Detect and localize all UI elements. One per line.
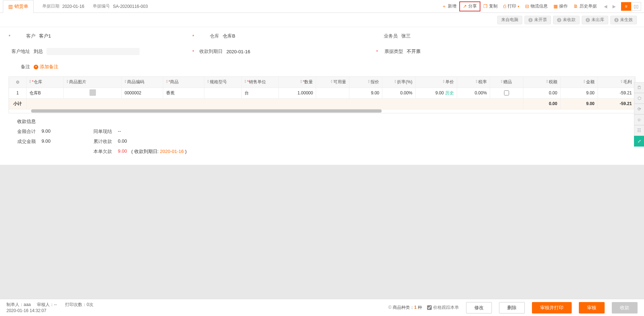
col-qty[interactable]: ▴▾*数量 <box>279 77 316 88</box>
subtotal-label: 小计 <box>9 98 26 109</box>
side-user-button[interactable]: ☺ <box>634 114 644 125</box>
owe-due-date: 2020-01-16 <box>160 149 184 154</box>
col-taxamt[interactable]: ▴▾税额 <box>523 77 560 88</box>
cell-image[interactable] <box>64 88 122 98</box>
footer-timestamp: 2020-01-16 14:32:07 <box>6 308 93 314</box>
image-placeholder-icon <box>89 89 96 96</box>
refresh-icon: ⟳ <box>638 107 641 112</box>
footer: 制单人：aaa 审核人：-- 打印次数：0次 2020-01-16 14:32:… <box>0 299 644 316</box>
doc-date-label: 单据日期 <box>42 3 59 9</box>
col-code[interactable]: ▴▾商品编码 <box>122 77 163 88</box>
kind-count: 1 <box>414 305 417 310</box>
form-card: *客户 客户1 *仓库 仓库B 业务员 张三 客户地址 刘总 *收款到期日 20… <box>0 27 644 165</box>
copy-button[interactable]: ❐复制 <box>480 1 500 11</box>
modify-button[interactable]: 修改 <box>466 302 492 313</box>
print-count: 0次 <box>87 302 93 307</box>
print-button[interactable]: ⎙打印▾ <box>500 1 522 11</box>
cell-taxrate[interactable]: 0.00% <box>457 88 490 98</box>
cell-price[interactable]: 9.00历史 <box>415 88 457 98</box>
cell-code[interactable]: 0000002 <box>122 88 163 98</box>
invoice-type-value[interactable]: 不开票 <box>407 48 421 55</box>
cell-spec[interactable] <box>204 88 242 98</box>
top-actions: ＋新增 ↗分享 ❐复制 ⎙打印▾ ⊟物流信息 ▦操作 🗎历史单据 ◀ ▶ ≡ ▯… <box>439 1 641 11</box>
print-icon: ⎙ <box>503 4 506 9</box>
cell-warehouse[interactable]: 仓库B <box>26 88 64 98</box>
side-refresh-button[interactable]: ⟳ <box>634 104 644 114</box>
collect-button[interactable]: 收款 <box>612 302 638 313</box>
col-warehouse[interactable]: ▴▾*仓库 <box>26 77 64 88</box>
view-toggle: ≡ ▯▯ <box>621 2 641 11</box>
cell-unit[interactable]: 台 <box>242 88 279 98</box>
status-unshipped[interactable]: i未出库 <box>582 16 608 24</box>
col-quote[interactable]: ▴▾报价 <box>349 77 382 88</box>
tab-sales-order[interactable]: ▥ 销货单 <box>3 0 34 13</box>
view-list-button[interactable]: ≡ <box>621 2 631 11</box>
cell-gift[interactable] <box>490 88 523 98</box>
audit-button[interactable]: 审核 <box>579 302 605 313</box>
ops-button[interactable]: ▦操作 <box>551 1 571 11</box>
table-row[interactable]: 1 仓库B 0000002 香蕉 台 1.00000 9.00 0.00% 9.… <box>9 88 635 98</box>
scroll-thumb[interactable] <box>31 109 382 113</box>
cell-amount: 9.00 <box>560 88 597 98</box>
field-remark: 备注 + 添加备注 <box>9 64 178 70</box>
col-product[interactable]: ▴▾*商品 <box>163 77 204 88</box>
col-available[interactable]: ▴▾可用量 <box>316 77 349 88</box>
audit-print-button[interactable]: 审核并打印 <box>532 302 572 313</box>
subtotal-row: 小计 0.00 9.00 -59.21 <box>9 98 635 109</box>
col-image[interactable]: ▴▾商品图片 <box>64 77 122 88</box>
total-amount: 9.00 <box>42 128 50 135</box>
col-price[interactable]: ▴▾单价 <box>415 77 457 88</box>
cell-qty[interactable]: 1.00000 <box>279 88 316 98</box>
cell-profit: -59.21 <box>597 88 635 98</box>
horizontal-scrollbar[interactable] <box>9 109 635 113</box>
status-uninvoiced[interactable]: i未开票 <box>524 16 551 24</box>
side-attach-button[interactable]: ⬡ <box>634 93 644 104</box>
info-icon: i <box>586 18 590 22</box>
col-gift[interactable]: ▴▾赠品 <box>490 77 523 88</box>
view-card-button[interactable]: ▯▯ <box>631 2 641 11</box>
cell-available[interactable] <box>316 88 349 98</box>
grid-icon: ▦ <box>553 4 558 9</box>
delete-button[interactable]: 删除 <box>499 302 525 313</box>
status-unpaid[interactable]: i未收款 <box>553 16 580 24</box>
history-button[interactable]: 🗎历史单据 <box>571 1 600 11</box>
add-remark-button[interactable]: + 添加备注 <box>34 64 58 70</box>
status-ineffective[interactable]: i未生效 <box>610 16 637 24</box>
new-button[interactable]: ＋新增 <box>439 1 459 11</box>
col-amount[interactable]: ▴▾金额 <box>560 77 597 88</box>
cell-taxamt: 0.00 <box>523 88 560 98</box>
col-spec[interactable]: ▴▾规格型号 <box>204 77 242 88</box>
tab-title: 销货单 <box>14 3 28 10</box>
logistics-button[interactable]: ⊟物流信息 <box>522 1 551 11</box>
col-unit[interactable]: ▴▾*销售单位 <box>242 77 279 88</box>
side-note-button[interactable]: 🗒 <box>634 82 644 93</box>
cell-product[interactable]: 香蕉 <box>163 88 204 98</box>
field-invoice-type: *票据类型 不开票 <box>376 48 546 55</box>
plus-circle-icon: + <box>34 65 38 69</box>
next-button[interactable]: ▶ <box>610 3 618 10</box>
prev-button[interactable]: ◀ <box>602 3 609 10</box>
plus-icon: ＋ <box>442 3 446 10</box>
due-value[interactable]: 2020-01-16 <box>226 49 250 54</box>
cell-quote[interactable]: 9.00 <box>349 88 382 98</box>
salesman-value[interactable]: 张三 <box>401 33 411 39</box>
info-icon: i <box>614 18 619 22</box>
customer-value[interactable]: 客户1 <box>39 33 51 39</box>
cell-discount[interactable]: 0.00% <box>382 88 416 98</box>
side-layers-button[interactable]: ☷ <box>634 125 644 136</box>
deal-amount: 9.00 <box>42 138 50 145</box>
warehouse-value[interactable]: 仓库B <box>223 33 235 39</box>
chevron-down-icon: ▾ <box>518 5 519 8</box>
side-expand-button[interactable]: ⤢ <box>634 136 644 147</box>
gift-checkbox[interactable] <box>504 90 509 95</box>
owe-value: 9.00 <box>118 148 127 155</box>
col-gear[interactable]: ⚙ <box>9 77 26 88</box>
address-masked <box>47 48 140 55</box>
price-follow-checkbox[interactable]: 价格跟踪本单 <box>427 305 459 311</box>
footer-info: 制单人：aaa 审核人：-- 打印次数：0次 2020-01-16 14:32:… <box>6 302 93 314</box>
share-button[interactable]: ↗分享 <box>459 1 480 11</box>
col-profit[interactable]: ▴▾毛利 <box>597 77 635 88</box>
col-discount[interactable]: ▴▾折率(%) <box>382 77 416 88</box>
price-history-link[interactable]: 历史 <box>445 90 454 95</box>
col-taxrate[interactable]: ▴▾税率 <box>457 77 490 88</box>
